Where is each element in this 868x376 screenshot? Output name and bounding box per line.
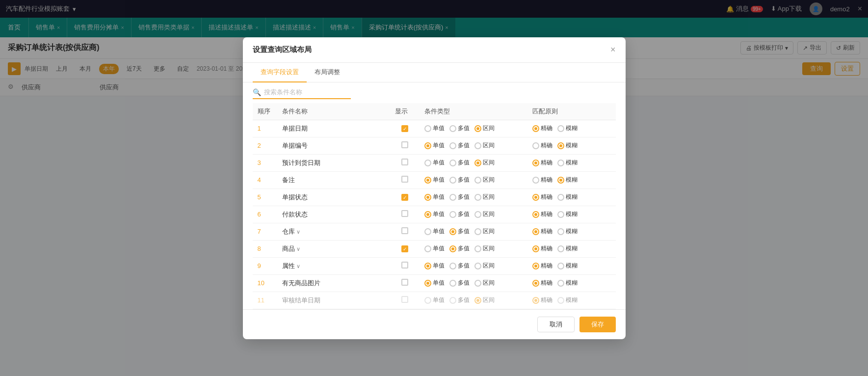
cancel-button[interactable]: 取消 bbox=[537, 317, 575, 332]
type-radio-区间[interactable]: 区间 bbox=[474, 159, 495, 167]
type-radio-多值[interactable]: 多值 bbox=[449, 262, 470, 270]
rule-radio-模糊[interactable]: 模糊 bbox=[557, 124, 578, 133]
type-radio-区间[interactable]: 区间 bbox=[474, 296, 495, 304]
display-checkbox[interactable]: ✓ bbox=[401, 194, 408, 201]
rule-radio-模糊[interactable]: 模糊 bbox=[557, 159, 578, 167]
rule-radio-精确[interactable]: 精确 bbox=[532, 262, 552, 270]
tab-query-field-settings[interactable]: 查询字段设置 bbox=[253, 63, 307, 82]
radio-indicator bbox=[449, 263, 456, 269]
modal-close-button[interactable]: × bbox=[610, 45, 616, 54]
radio-indicator bbox=[532, 211, 539, 218]
type-radio-区间[interactable]: 区间 bbox=[474, 227, 495, 236]
rule-radio-精确[interactable]: 精确 bbox=[532, 279, 552, 287]
tab-layout-adjust[interactable]: 布局调整 bbox=[307, 63, 348, 82]
type-radio-多值[interactable]: 多值 bbox=[449, 227, 470, 236]
rule-radio-模糊[interactable]: 模糊 bbox=[557, 244, 578, 253]
display-checkbox[interactable] bbox=[401, 210, 408, 217]
cell-rule: 精确模糊 bbox=[527, 154, 616, 171]
cell-display bbox=[390, 257, 420, 274]
rule-radio-精确[interactable]: 精确 bbox=[532, 244, 552, 253]
type-radio-单值[interactable]: 单值 bbox=[424, 279, 445, 287]
type-radio-单值[interactable]: 单值 bbox=[424, 227, 445, 236]
type-radio-区间[interactable]: 区间 bbox=[474, 244, 495, 253]
display-checkbox[interactable] bbox=[401, 262, 408, 269]
display-checkbox[interactable]: ✓ bbox=[401, 245, 408, 252]
rule-radio-模糊[interactable]: 模糊 bbox=[557, 279, 578, 287]
type-radio-单值[interactable]: 单值 bbox=[424, 244, 445, 253]
rule-radio-模糊[interactable]: 模糊 bbox=[557, 141, 578, 150]
rule-radio-精确[interactable]: 精确 bbox=[532, 210, 552, 218]
radio-indicator bbox=[424, 297, 431, 304]
display-checkbox[interactable] bbox=[401, 296, 408, 303]
cell-type: 单值多值区间 bbox=[420, 240, 527, 257]
type-radio-单值[interactable]: 单值 bbox=[424, 296, 445, 304]
type-radio-单值[interactable]: 单值 bbox=[424, 176, 445, 184]
type-radio-单值[interactable]: 单值 bbox=[424, 262, 445, 270]
rule-radio-精确[interactable]: 精确 bbox=[532, 296, 552, 304]
type-radio-区间[interactable]: 区间 bbox=[474, 193, 495, 201]
type-radio-区间[interactable]: 区间 bbox=[474, 176, 495, 184]
chevron-down-icon[interactable]: ∨ bbox=[295, 263, 300, 269]
cell-order: 4 bbox=[253, 171, 277, 188]
modal-footer: 取消 保存 bbox=[243, 309, 626, 339]
type-radio-区间[interactable]: 区间 bbox=[474, 210, 495, 218]
cell-name[interactable]: 属性 ∨ bbox=[277, 257, 390, 274]
cell-display bbox=[390, 223, 420, 240]
radio-indicator bbox=[449, 280, 456, 287]
type-radio-单值[interactable]: 单值 bbox=[424, 193, 445, 201]
radio-indicator bbox=[557, 160, 564, 166]
cell-order: 5 bbox=[253, 188, 277, 206]
rule-radio-精确[interactable]: 精确 bbox=[532, 124, 552, 133]
display-checkbox[interactable] bbox=[401, 227, 408, 234]
radio-indicator bbox=[449, 125, 456, 132]
radio-indicator bbox=[532, 177, 539, 184]
chevron-down-icon[interactable]: ∨ bbox=[295, 246, 300, 252]
type-radio-多值[interactable]: 多值 bbox=[449, 296, 470, 304]
display-checkbox[interactable] bbox=[401, 279, 408, 286]
rule-radio-模糊[interactable]: 模糊 bbox=[557, 176, 578, 184]
rule-radio-模糊[interactable]: 模糊 bbox=[557, 193, 578, 201]
table-row: 2单据编号单值多值区间精确模糊 bbox=[253, 137, 616, 154]
cell-name[interactable]: 仓库 ∨ bbox=[277, 223, 390, 240]
type-radio-多值[interactable]: 多值 bbox=[449, 141, 470, 150]
display-checkbox[interactable]: ✓ bbox=[401, 125, 408, 132]
rule-radio-模糊[interactable]: 模糊 bbox=[557, 296, 578, 304]
type-radio-多值[interactable]: 多值 bbox=[449, 244, 470, 253]
rule-radio-模糊[interactable]: 模糊 bbox=[557, 210, 578, 218]
type-radio-单值[interactable]: 单值 bbox=[424, 124, 445, 133]
type-radio-单值[interactable]: 单值 bbox=[424, 141, 445, 150]
radio-indicator bbox=[424, 125, 431, 132]
rule-radio-精确[interactable]: 精确 bbox=[532, 193, 552, 201]
cell-name: 付款状态 bbox=[277, 206, 390, 223]
rule-radio-精确[interactable]: 精确 bbox=[532, 176, 552, 184]
rule-radio-精确[interactable]: 精确 bbox=[532, 227, 552, 236]
display-checkbox[interactable] bbox=[401, 141, 408, 148]
rule-radio-模糊[interactable]: 模糊 bbox=[557, 227, 578, 236]
search-input[interactable] bbox=[264, 88, 342, 96]
chevron-down-icon[interactable]: ∨ bbox=[295, 229, 300, 235]
rule-radio-模糊[interactable]: 模糊 bbox=[557, 262, 578, 270]
radio-indicator bbox=[424, 245, 431, 252]
type-radio-多值[interactable]: 多值 bbox=[449, 124, 470, 133]
type-radio-多值[interactable]: 多值 bbox=[449, 159, 470, 167]
radio-indicator bbox=[424, 280, 431, 287]
type-radio-区间[interactable]: 区间 bbox=[474, 141, 495, 150]
rule-radio-精确[interactable]: 精确 bbox=[532, 141, 552, 150]
display-checkbox[interactable] bbox=[401, 176, 408, 183]
type-radio-单值[interactable]: 单值 bbox=[424, 210, 445, 218]
type-radio-区间[interactable]: 区间 bbox=[474, 262, 495, 270]
type-radio-多值[interactable]: 多值 bbox=[449, 176, 470, 184]
cell-name[interactable]: 商品 ∨ bbox=[277, 240, 390, 257]
type-radio-区间[interactable]: 区间 bbox=[474, 124, 495, 133]
radio-indicator bbox=[449, 177, 456, 184]
display-checkbox[interactable] bbox=[401, 159, 408, 165]
type-radio-单值[interactable]: 单值 bbox=[424, 159, 445, 167]
type-radio-区间[interactable]: 区间 bbox=[474, 279, 495, 287]
rule-radio-精确[interactable]: 精确 bbox=[532, 159, 552, 167]
radio-indicator bbox=[424, 160, 431, 166]
type-radio-多值[interactable]: 多值 bbox=[449, 193, 470, 201]
cell-rule: 精确模糊 bbox=[527, 292, 616, 309]
type-radio-多值[interactable]: 多值 bbox=[449, 279, 470, 287]
type-radio-多值[interactable]: 多值 bbox=[449, 210, 470, 218]
save-button[interactable]: 保存 bbox=[579, 317, 616, 332]
